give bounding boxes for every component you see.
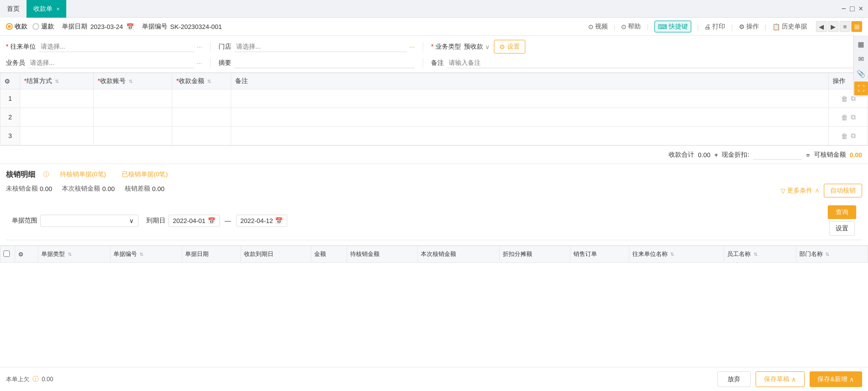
discard-btn[interactable]: 放弃 (717, 371, 751, 387)
salesman-more-btn[interactable]: ··· (196, 59, 202, 67)
store-input[interactable] (234, 41, 407, 52)
store-more-btn[interactable]: ··· (409, 43, 415, 51)
select-all-checkbox[interactable] (3, 251, 10, 257)
settings-col-header[interactable]: ⚙ (0, 73, 20, 89)
amount-col-header: *收款金额 ⇅ (172, 73, 231, 89)
remark-cell-1[interactable] (231, 89, 829, 108)
right-panel-clip-btn[interactable]: 📎 (854, 67, 868, 81)
close-tab-icon[interactable]: × (56, 6, 59, 12)
date-value[interactable]: 2023-03-24 (90, 23, 123, 30)
diff-stat: 核销差额 0.00 (125, 184, 164, 193)
next-btn[interactable]: ▶ (828, 21, 839, 32)
window-controls: − □ × (841, 4, 868, 13)
counterparty-more-btn[interactable]: ··· (196, 43, 202, 51)
print-action[interactable]: 🖨 打印 (705, 22, 725, 31)
auto-verify-btn[interactable]: 自动核销 (824, 184, 862, 197)
close-btn[interactable]: × (859, 4, 863, 13)
delete-row-3-btn[interactable]: 🗑 (841, 132, 848, 140)
row-index-3: 3 (0, 127, 20, 145)
pending-tab[interactable]: 待核销单据(0笔) (55, 169, 111, 180)
copy-row-2-btn[interactable]: ⧉ (851, 113, 856, 121)
help-action[interactable]: ⊙ 帮助 (621, 22, 641, 31)
sort-settle[interactable]: ⇅ (55, 79, 59, 84)
shortcut-action[interactable]: ⌨ 快捷键 (654, 21, 691, 32)
bottom-info-icon[interactable]: ⓘ (32, 375, 39, 384)
verify-title: 核销明细 (6, 170, 35, 179)
remark-cell-3[interactable] (231, 127, 829, 145)
settings-btn[interactable]: ⚙ 设置 (494, 40, 525, 54)
account-col-header: *收款账号 ⇅ (94, 73, 172, 89)
amount-cell-1[interactable] (172, 89, 231, 108)
sort-account[interactable]: ⇅ (129, 79, 133, 84)
settle-cell-3[interactable] (20, 127, 94, 145)
remark-cell-2[interactable] (231, 108, 829, 127)
calendar-icon[interactable]: 📅 (126, 23, 134, 30)
counterparty-col: 往来单位名称 ⇅ (629, 246, 724, 263)
save-draft-btn[interactable]: 保存草稿 ∧ (756, 371, 805, 387)
radio-receipt[interactable]: 收款 (6, 22, 27, 31)
grid-view-btn[interactable]: ⊞ (851, 21, 862, 32)
list-view-btn[interactable]: ≡ (840, 21, 850, 32)
right-panel-camera-btn[interactable]: ⛶ (854, 82, 868, 95)
amount-col: 金额 (311, 246, 347, 263)
maximize-btn[interactable]: □ (850, 4, 855, 13)
settle-cell-1[interactable] (20, 89, 94, 108)
right-panel-email-btn[interactable]: ✉ (854, 52, 868, 66)
discount-input[interactable] (753, 150, 802, 160)
radio-receipt-label: 收款 (15, 22, 27, 31)
amount-cell-3[interactable] (172, 127, 231, 145)
sort-amount[interactable]: ⇅ (207, 79, 211, 84)
account-cell-3[interactable] (94, 127, 172, 145)
home-tab[interactable]: 首页 (0, 0, 27, 18)
counterparty-input[interactable] (39, 41, 195, 52)
video-action[interactable]: ⊙ 视频 (588, 22, 608, 31)
filter-settings-btn[interactable]: 设置 (829, 221, 855, 236)
verify-info-icon[interactable]: ⓘ (43, 170, 49, 179)
payment-table-section: ⚙ *结算方式 ⇅ *收款账号 ⇅ *收款金额 ⇅ 备注 操作 (0, 73, 868, 146)
doc-date-col: 单据日期 (182, 246, 241, 263)
right-panel: ▦ ✉ 📎 ⛶ (853, 35, 868, 97)
right-panel-table-btn[interactable]: ▦ (854, 37, 868, 51)
settings-label: 设置 (507, 42, 520, 51)
settle-cell-2[interactable] (20, 108, 94, 127)
range-select[interactable]: ∨ (40, 215, 138, 227)
prev-btn[interactable]: ◀ (816, 21, 827, 32)
date-to-picker[interactable]: 2022-04-12 📅 (236, 215, 288, 227)
operations-icon: ⚙ (739, 23, 745, 30)
number-label: 单据编号 (142, 22, 167, 31)
copy-row-3-btn[interactable]: ⧉ (851, 132, 856, 140)
more-conditions-btn[interactable]: ▽ 更多条件 ∧ (781, 186, 820, 195)
done-tab[interactable]: 已核销单据(0笔) (117, 169, 173, 180)
minimize-btn[interactable]: − (841, 4, 846, 13)
total-label: 收款合计 (669, 150, 694, 159)
business-type-dropdown[interactable]: ∨ (485, 43, 490, 51)
history-action[interactable]: 📋 历史单据 (772, 22, 807, 31)
auto-verify-label: 自动核销 (830, 187, 856, 194)
operations-label: 操作 (746, 22, 759, 31)
salesman-input[interactable] (28, 57, 194, 68)
radio-refund[interactable]: 退款 (32, 22, 54, 31)
due-date-filter: 到期日 2022-04-01 📅 — 2022-04-12 📅 (146, 215, 287, 227)
number-value[interactable]: SK-20230324-001 (170, 23, 222, 30)
amount-cell-2[interactable] (172, 108, 231, 127)
summary-input[interactable] (234, 57, 415, 68)
remark-input[interactable] (447, 57, 862, 68)
history-icon: 📋 (772, 23, 780, 30)
account-cell-2[interactable] (94, 108, 172, 127)
date-from-picker[interactable]: 2022-04-01 📅 (168, 215, 220, 227)
table-settings-icon[interactable]: ⚙ (4, 78, 10, 85)
account-cell-1[interactable] (94, 89, 172, 108)
toolbar: 收款 退款 单据日期 2023-03-24 📅 单据编号 SK-20230324… (0, 18, 868, 36)
checkbox-col-header[interactable] (0, 246, 15, 263)
divider-2 (423, 42, 423, 52)
shortcut-label: 快捷键 (669, 22, 688, 31)
operations-action[interactable]: ⚙ 操作 (739, 22, 759, 31)
query-btn[interactable]: 查询 (828, 205, 856, 219)
settings-col[interactable]: ⚙ (15, 246, 38, 263)
active-tab[interactable]: 收款单 × (27, 0, 66, 18)
save-new-btn[interactable]: 保存&新增 ∧ (810, 371, 862, 387)
delete-row-1-btn[interactable]: 🗑 (841, 95, 848, 103)
top-nav: 首页 收款单 × − □ × (0, 0, 868, 18)
delete-row-2-btn[interactable]: 🗑 (841, 113, 848, 121)
divider-4 (423, 58, 423, 68)
